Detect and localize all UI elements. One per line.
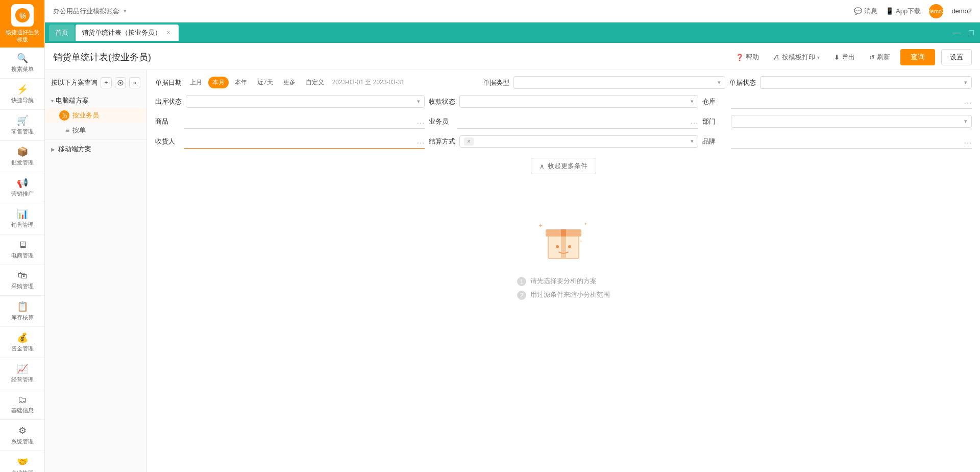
- logo-area[interactable]: 畅 畅捷通好生意 标版: [0, 0, 44, 48]
- sidebar-item-shortcut[interactable]: ⚡ 快捷导航: [0, 79, 44, 110]
- sidebar-item-ecommerce[interactable]: 🖥 电商管理: [0, 234, 44, 265]
- date-tab-last-month[interactable]: 上月: [186, 77, 206, 88]
- goods-field[interactable]: …: [184, 114, 425, 129]
- payment-field[interactable]: × ▾: [459, 135, 698, 148]
- sidebar-item-wholesale[interactable]: 📦 批发管理: [0, 141, 44, 172]
- receipt-status-control[interactable]: ▾: [459, 95, 698, 108]
- ecommerce-icon: 🖥: [18, 240, 27, 250]
- tree-mobile-group[interactable]: ▶ 移动端方案: [45, 142, 146, 156]
- tree-item-by-order[interactable]: ≡ 按单: [45, 123, 146, 137]
- collapse-conditions-btn[interactable]: ∧ 收起更多条件: [531, 158, 596, 174]
- doc-type-select[interactable]: ▾: [513, 76, 725, 89]
- tree-mobile-label: 移动端方案: [58, 145, 91, 154]
- sidebar-item-enterprise[interactable]: 🤝 企业协同: [0, 451, 44, 472]
- refresh-btn[interactable]: ↺ 刷新: [865, 51, 894, 64]
- export-btn[interactable]: ⬇ 导出: [830, 51, 859, 64]
- industry-title: 办公用品行业模拟账套: [53, 7, 119, 16]
- payment-label: 结算方式: [429, 137, 455, 146]
- consignee-field[interactable]: …: [184, 134, 425, 149]
- sidebar-item-label: 经营管理: [11, 376, 34, 384]
- salesperson-dots[interactable]: …: [690, 116, 698, 126]
- collapse-panel-btn[interactable]: «: [129, 77, 140, 88]
- sidebar-item-label: 库存核算: [11, 314, 34, 321]
- tab-minimize-btn[interactable]: —: [950, 26, 963, 39]
- panel-header-icons: + «: [101, 77, 140, 88]
- search-icon: 🔍: [17, 53, 28, 64]
- print-icon: 🖨: [773, 54, 780, 61]
- tree-arrow-mobile: ▶: [51, 147, 55, 152]
- message-btn[interactable]: 💬 消息: [854, 7, 877, 16]
- settings-button[interactable]: 设置: [941, 49, 972, 65]
- doc-type-control[interactable]: ▾: [513, 76, 725, 89]
- doc-status-select[interactable]: ▾: [760, 76, 972, 89]
- date-tab-more[interactable]: 更多: [279, 77, 300, 88]
- add-scheme-btn[interactable]: +: [101, 77, 112, 88]
- refresh-label: 刷新: [877, 53, 890, 62]
- department-control[interactable]: ▾: [731, 115, 972, 128]
- sidebar-item-system[interactable]: ⚙ 系统管理: [0, 420, 44, 451]
- sidebar-item-marketing[interactable]: 📢 营销推广: [0, 172, 44, 203]
- tree-item-by-salesperson[interactable]: 员 按业务员: [45, 108, 146, 123]
- filter-department: 部门 ▾: [702, 115, 972, 128]
- warehouse-field[interactable]: …: [731, 94, 972, 109]
- warehouse-control: …: [731, 94, 972, 109]
- sidebar-item-inventory[interactable]: 📋 库存核算: [0, 296, 44, 327]
- sidebar-item-operations[interactable]: 📈 经营管理: [0, 358, 44, 389]
- sidebar-item-label: 电商管理: [11, 252, 34, 259]
- app-download-icon: 📱: [886, 7, 894, 15]
- wholesale-icon: 📦: [17, 146, 28, 157]
- tree-divider: [45, 139, 146, 140]
- warehouse-dots[interactable]: …: [964, 97, 972, 106]
- sidebar-item-retail[interactable]: 🛒 零售管理: [0, 110, 44, 141]
- sidebar-item-search[interactable]: 🔍 搜索菜单: [0, 48, 44, 79]
- industry-dropdown[interactable]: ▾: [124, 8, 127, 14]
- empty-hint-1: 1 请先选择要分析的方案: [517, 276, 610, 286]
- doc-status-control[interactable]: ▾: [760, 76, 972, 89]
- order-icon: ≡: [65, 126, 69, 134]
- department-select[interactable]: ▾: [731, 115, 972, 128]
- salesperson-filter-label: 业务员: [429, 117, 453, 126]
- tab-maximize-btn[interactable]: □: [967, 26, 976, 39]
- date-tab-this-month[interactable]: 本月: [208, 77, 229, 88]
- salesperson-icon: 员: [59, 110, 69, 121]
- sidebar-item-label: 资金管理: [11, 345, 34, 352]
- empty-hint-2: 2 用过滤条件来缩小分析范围: [517, 290, 610, 300]
- page-title: 销货单统计表(按业务员): [53, 51, 151, 63]
- tree-group-desktop: ▾ 电脑端方案 员 按业务员 ≡ 按单: [45, 93, 146, 137]
- brand-dots[interactable]: …: [964, 136, 972, 146]
- date-tab-this-year[interactable]: 本年: [231, 77, 251, 88]
- doc-status-label: 单据状态: [729, 78, 756, 87]
- brand-field[interactable]: …: [731, 134, 972, 149]
- tab-close-btn[interactable]: ×: [164, 29, 173, 37]
- goods-control: …: [184, 114, 425, 129]
- goods-dots[interactable]: …: [416, 116, 425, 126]
- consignee-dots[interactable]: …: [416, 136, 425, 146]
- query-button[interactable]: 查询: [900, 49, 935, 65]
- tab-sales-stat[interactable]: 销货单统计表（按业务员） ×: [76, 25, 179, 41]
- doc-type-arrow: ▾: [718, 79, 721, 86]
- tree-group-desktop-header[interactable]: ▾ 电脑端方案: [45, 93, 146, 108]
- salesperson-field[interactable]: …: [457, 114, 698, 129]
- app-download-btn[interactable]: 📱 App下载: [886, 7, 921, 16]
- system-icon: ⚙: [18, 425, 27, 436]
- sidebar-item-basic[interactable]: 🗂 基础信息: [0, 389, 44, 420]
- date-tab-custom[interactable]: 自定义: [302, 77, 328, 88]
- collapse-icon: ∧: [540, 162, 545, 170]
- receipt-status-arrow: ▾: [691, 98, 694, 105]
- sidebar-item-sales[interactable]: 📊 销售管理: [0, 203, 44, 234]
- filter-row-2: 出库状态 ▾ 收款状态: [155, 94, 972, 109]
- right-panel: 单据日期 上月 本月 本年 近7天 更多 自定义 2023-03-01 至 20…: [147, 70, 980, 472]
- logo-text: 畅捷通好生意 标版: [2, 29, 42, 43]
- out-status-control[interactable]: ▾: [186, 95, 425, 108]
- out-status-select[interactable]: ▾: [186, 95, 425, 108]
- help-btn[interactable]: ❓ 帮助: [731, 51, 763, 64]
- tab-home[interactable]: 首页: [49, 25, 75, 41]
- user-avatar[interactable]: demo2: [929, 4, 943, 18]
- print-btn[interactable]: 🖨 按模板打印 ▾: [769, 51, 824, 64]
- receipt-status-select[interactable]: ▾: [459, 95, 698, 108]
- payment-tag-close[interactable]: ×: [467, 138, 471, 145]
- edit-scheme-btn[interactable]: [115, 77, 126, 88]
- date-tab-last7[interactable]: 近7天: [253, 77, 277, 88]
- sidebar-item-purchase[interactable]: 🛍 采购管理: [0, 265, 44, 296]
- sidebar-item-finance[interactable]: 💰 资金管理: [0, 327, 44, 358]
